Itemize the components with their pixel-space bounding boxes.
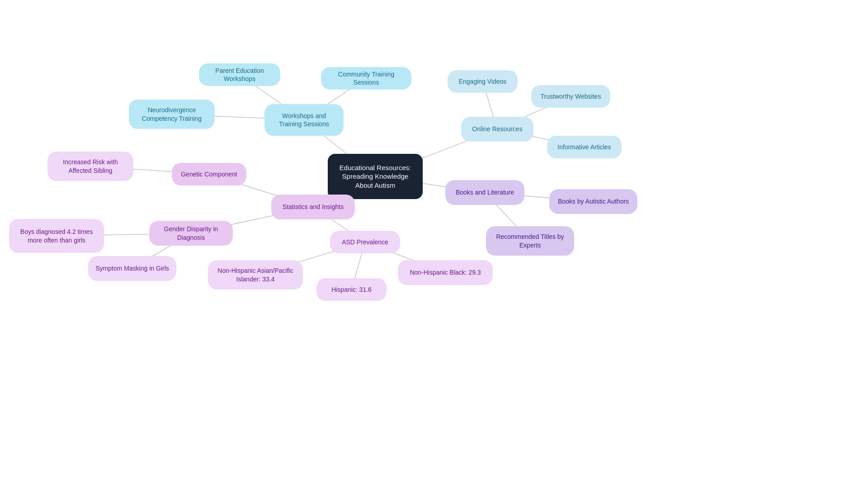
node-genderDisparity[interactable]: Gender Disparity in Diagnosis xyxy=(149,221,233,246)
node-booksAndLiterature[interactable]: Books and Literature xyxy=(445,180,524,205)
node-parentWorkshops[interactable]: Parent Education Workshops xyxy=(199,63,280,86)
node-center[interactable]: Educational Resources: Spreading Knowled… xyxy=(328,154,423,199)
node-boysDiagnosed[interactable]: Boys diagnosed 4.2 times more often than… xyxy=(9,219,104,253)
node-increasedRisk[interactable]: Increased Risk with Affected Sibling xyxy=(47,152,133,181)
node-trustworthyWebsites[interactable]: Trustworthy Websites xyxy=(531,85,610,108)
node-geneticComponent[interactable]: Genetic Component xyxy=(172,163,246,186)
node-hispanic[interactable]: Hispanic: 31.6 xyxy=(316,278,387,301)
connections-svg xyxy=(0,0,868,490)
node-symptomMasking[interactable]: Symptom Masking in Girls xyxy=(88,256,176,281)
node-communityTraining[interactable]: Community Training Sessions xyxy=(321,67,411,90)
node-onlineResources[interactable]: Online Resources xyxy=(461,117,533,142)
node-booksByAutistic[interactable]: Books by Autistic Authors xyxy=(549,189,637,214)
node-workshops[interactable]: Workshops and Training Sessions xyxy=(264,104,344,136)
node-nonHispanicAsian[interactable]: Non-Hispanic Asian/Pacific Islander: 33.… xyxy=(208,260,303,290)
node-neurodivergence[interactable]: Neurodivergence Competency Training xyxy=(129,100,215,129)
node-informativeArticles[interactable]: Informative Articles xyxy=(547,136,622,158)
node-engagingVideos[interactable]: Engaging Videos xyxy=(448,70,518,93)
node-nonHispanicBlack[interactable]: Non-Hispanic Black: 29.3 xyxy=(398,260,493,285)
node-statisticsInsights[interactable]: Statistics and Insights xyxy=(271,195,355,219)
node-asdPrevalence[interactable]: ASD Prevalence xyxy=(330,231,400,253)
node-recommendedTitles[interactable]: Recommended Titles by Experts xyxy=(486,226,574,256)
